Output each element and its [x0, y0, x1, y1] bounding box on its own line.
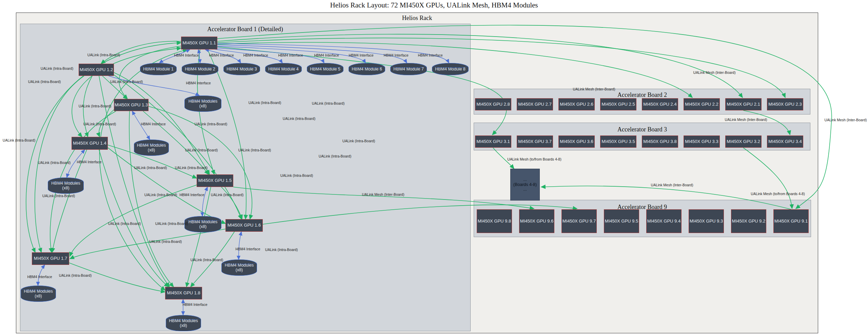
- boards-4-8-dots-bottom: ...: [523, 187, 527, 192]
- edge-hbm: [108, 76, 199, 96]
- gpu-node-2-2: MI450X GPU 2.2: [684, 98, 720, 110]
- gpu-node-2-5: MI450X GPU 2.5: [600, 98, 636, 110]
- edge-label-ualink-intra: UALink (Intra-Board): [110, 80, 143, 84]
- gpu-node-1-6: MI450X GPU 1.6: [225, 219, 263, 232]
- edge-hbm: [202, 187, 208, 216]
- edge-ualink-intra: [70, 185, 197, 256]
- edge-ualink-mesh: [217, 38, 785, 98]
- gpu-node-3-8: MI450X GPU 3.8: [642, 135, 678, 148]
- hbm-x8-line2: (x8): [35, 294, 42, 298]
- edge-label-hbm-interface: HBM4 Interface: [209, 53, 234, 57]
- edge-label-hbm-interface: HBM4 Interface: [278, 53, 303, 57]
- edge-label-ualink-intra: UALink (Intra-Board): [191, 258, 223, 262]
- edge-label-hbm-interface: HBM4 Interface: [314, 53, 339, 57]
- gpu-node-9-3: MI450X GPU 9.3: [689, 209, 724, 233]
- edge-label-ualink-intra: UALink (Intra-Board): [144, 193, 177, 197]
- edge-label-hbm-interface: HBM4 Interface: [243, 53, 268, 57]
- edge-hbm: [239, 232, 241, 259]
- gpu-node-9-7: MI450X GPU 9.7: [561, 209, 597, 233]
- gpu-node-2-4: MI450X GPU 2.4: [642, 98, 678, 110]
- gpu-node-3-4: MI450X GPU 3.4: [767, 135, 803, 148]
- hbm-x8-line1: HBM4 Modules: [189, 99, 217, 104]
- hbm-x8-line1: HBM4 Modules: [225, 263, 254, 268]
- edge-ualink-intra: [129, 111, 174, 287]
- edge-label-ualink-intra: UALink (Intra-Board): [83, 122, 116, 126]
- edge-label-hbm-interface: HBM4 Interface: [384, 53, 409, 57]
- gpu-node-1-3: MI450X GPU 1.3: [114, 99, 149, 111]
- edge-label-ualink-intra: UALink (Intra-Board): [3, 138, 35, 142]
- hbm-x8-gpu-1-2: HBM4 Modules(x8): [184, 96, 221, 112]
- edge-label-ualink-intra: UALink (Intra-Board): [42, 194, 75, 198]
- edge-ualink-mesh: [743, 110, 790, 135]
- edge-ualink-intra: [70, 229, 225, 259]
- hbm-module-2: HBM4 Module 2: [182, 63, 218, 75]
- edge-label-hbm-interface: HBM4 Interface: [77, 160, 102, 164]
- edge-label-ualink-mesh-inter: UALink Mesh (Inter-Board): [573, 87, 615, 91]
- edge-label-ualink-intra: UALink (Intra-Board): [283, 117, 315, 121]
- gpu-node-9-6: MI450X GPU 9.6: [519, 209, 554, 233]
- hbm-x8-line1: HBM4 Modules: [137, 143, 166, 148]
- gpu-node-9-8: MI450X GPU 9.8: [477, 209, 512, 233]
- edge-label-ualink-intra: UALink (Intra-Board): [38, 161, 71, 165]
- edge-label-hbm-interface: HBM4 Interface: [174, 53, 199, 57]
- edge-label-ualink-intra: UALink (Intra-Board): [280, 173, 313, 177]
- gpu-node-9-5: MI450X GPU 9.5: [604, 209, 639, 233]
- hbm-x8-line2: (x8): [148, 148, 155, 152]
- edge-label-ualink-intra: UALink (Intra-Board): [195, 122, 227, 126]
- edge-label-ualink-mesh-inter: UALink Mesh (Inter-Board): [825, 118, 867, 122]
- edge-label-ualink-intra: UALink (Intra-Board): [319, 154, 351, 158]
- edge-label-hbm-interface: HBM4 Interface: [349, 53, 374, 57]
- hbm-module-7: HBM4 Module 7: [390, 63, 427, 75]
- gpu-node-2-7: MI450X GPU 2.7: [517, 98, 553, 110]
- hbm-x8-line1: HBM4 Modules: [51, 181, 80, 186]
- gpu-node-1-1: MI450X GPU 1.1: [181, 37, 217, 49]
- edge-label-hbm-interface: HBM4 Interface: [141, 122, 166, 126]
- hbm-x8-line1: HBM4 Modules: [189, 219, 217, 224]
- gpu-node-2-6: MI450X GPU 2.6: [558, 98, 595, 110]
- gpu-node-1-2: MI450X GPU 1.2: [79, 64, 114, 76]
- edge-label-ualink-intra: UALink (Intra-Board): [79, 104, 111, 108]
- edge-ualink-intra: [186, 187, 211, 287]
- hbm-x8-gpu-1-7: HBM4 Modules(x8): [21, 286, 56, 302]
- hbm-module-5: HBM4 Module 5: [307, 63, 343, 75]
- edge-label-ualink-mesh-inter: UALink Mesh (Inter-Board): [651, 183, 693, 187]
- edge-label-ualink-mesh-inter: UALink Mesh (Inter-Board): [362, 192, 405, 196]
- edge-ualink-intra: [101, 41, 181, 64]
- edge-label-ualink-intra: UALink (Intra-Board): [108, 222, 141, 226]
- edge-label-hbm-interface: HBM4 Interface: [418, 53, 443, 57]
- edges-layer: [0, 0, 868, 335]
- hbm-x8-line2: (x8): [62, 186, 70, 190]
- edge-label-hbm-interface: HBM4 Interface: [183, 302, 208, 307]
- edge-label-ualink-intra: UALink (Intra-Board): [185, 148, 218, 152]
- gpu-node-3-5: MI450X GPU 3.5: [600, 135, 636, 148]
- boards-4-8-label: (Boards 4-8): [513, 182, 537, 187]
- hbm-x8-gpu-1-5: HBM4 Modules(x8): [184, 216, 221, 232]
- hbm-x8-line1: HBM4 Modules: [169, 318, 198, 323]
- hbm-module-3: HBM4 Module 3: [223, 63, 260, 75]
- gpu-node-3-1: MI450X GPU 3.1: [475, 135, 511, 148]
- gpu-node-3-7: MI450X GPU 3.7: [517, 135, 553, 148]
- gpu-node-3-3: MI450X GPU 3.3: [684, 135, 720, 148]
- edge-label-hbm-interface: HBM4 Interface: [236, 247, 260, 251]
- hbm-module-8: HBM4 Module 8: [432, 63, 469, 75]
- hbm-module-1: HBM4 Module 1: [140, 63, 177, 75]
- hbm-module-6: HBM4 Module 6: [349, 63, 385, 75]
- edge-label-ualink-intra: UALink (Intra-Board): [342, 139, 375, 143]
- board2-title: Accelerator Board 2: [617, 91, 667, 99]
- edge-label-ualink-intra: UALink (Intra-Board): [265, 248, 298, 252]
- gpu-node-9-4: MI450X GPU 9.4: [646, 209, 682, 233]
- diagram-canvas: Helios Rack Layout: 72 MI450X GPUs, UALi…: [0, 0, 868, 335]
- edge-ualink-mesh: [743, 148, 792, 209]
- edge-label-ualink-intra: UALink (Intra-Board): [41, 66, 73, 70]
- hbm-module-4: HBM4 Module 4: [265, 63, 302, 75]
- edge-label-ualink-intra: UALink (Intra-Board): [238, 148, 271, 152]
- hbm-x8-gpu-1-4: HBM4 Modules(x8): [48, 177, 84, 194]
- board9-title: Accelerator Board 9: [617, 204, 667, 211]
- gpu-node-1-4: MI450X GPU 1.4: [72, 137, 108, 150]
- edge-label-ualink-intra: UALink (Intra-Board): [175, 166, 208, 170]
- edge-label-ualink-mesh-inter: UALink Mesh (Inter-Board): [693, 70, 736, 75]
- edge-label-ualink-intra: UALink (Intra-Board): [59, 273, 92, 277]
- edge-label-ualink-intra: UALink (Intra-Board): [312, 101, 344, 105]
- hbm-x8-line2: (x8): [199, 104, 207, 108]
- hbm-x8-line2: (x8): [199, 224, 207, 229]
